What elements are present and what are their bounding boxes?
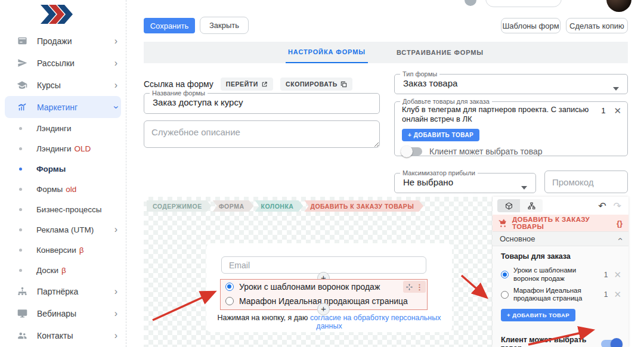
service-description-input[interactable] xyxy=(144,120,380,148)
header-search[interactable] xyxy=(485,0,562,7)
sidebar-item-label: Курсы xyxy=(37,80,114,90)
sidebar-item-label: Продажи xyxy=(37,36,114,46)
radio-unselected-icon[interactable] xyxy=(225,297,234,305)
collapse-icon[interactable]: › xyxy=(615,237,625,240)
form-builder-canvas: СОДЕРЖИМОЕ ФОРМА КОЛОНКА ДОБАВИТЬ К ЗАКА… xyxy=(144,197,628,347)
sidebar-item-sales[interactable]: Продажи › xyxy=(0,30,126,52)
close-button[interactable]: Закрыть xyxy=(200,17,249,34)
section-main-label: Основное xyxy=(500,234,535,243)
product-option-row[interactable]: Уроки с шаблонами воронок продаж xyxy=(221,280,427,294)
remove-product-icon[interactable]: ✕ xyxy=(614,106,621,115)
go-to-form-button[interactable]: ПЕРЕЙТИ xyxy=(221,78,273,91)
sales-icon xyxy=(17,36,27,47)
panel-products-label: Товары для заказа xyxy=(501,252,621,261)
form-type-select[interactable]: Тип формы Заказ товара xyxy=(394,70,628,94)
dropdown-arrow-icon xyxy=(613,87,619,91)
builder-breadcrumb: СОДЕРЖИМОЕ ФОРМА КОЛОНКА ДОБАВИТЬ К ЗАКА… xyxy=(147,200,425,212)
consent-link[interactable]: согласие на обработку персональных данны… xyxy=(310,314,441,330)
app-logo xyxy=(36,5,126,26)
sidebar-item-forms-old[interactable]: Формы old xyxy=(0,179,126,199)
profit-maximizer-select[interactable]: Максимизатор прибыли Не выбрано xyxy=(394,169,536,193)
redo-icon[interactable]: ↷ xyxy=(614,200,621,212)
consent-text: Нажимая на кнопку, я даю согласие на обр… xyxy=(206,314,452,330)
sidebar-subitem-label: Доски xyxy=(36,266,58,275)
add-product-button[interactable]: + ДОБАВИТЬ ТОВАР xyxy=(402,129,479,141)
tab-bar: НАСТРОЙКА ФОРМЫ ВСТРАИВАНИЕ ФОРМЫ xyxy=(144,42,628,63)
sidebar-item-boards[interactable]: Доски β xyxy=(0,260,126,280)
sidebar-item-partners[interactable]: Партнёрка › xyxy=(0,280,126,302)
form-templates-button[interactable]: Шаблоны форм xyxy=(501,18,561,33)
panel-add-product-button[interactable]: + ДОБАВИТЬ ТОВАР xyxy=(501,309,575,321)
block-view-button[interactable] xyxy=(497,199,520,212)
chart-icon xyxy=(17,102,27,113)
chevron-right-icon: › xyxy=(114,331,117,340)
sidebar-item-ads-utm[interactable]: Реклама (UTM) › xyxy=(0,219,126,240)
client-choose-toggle-row: Клиент может выбрать товар xyxy=(402,147,627,156)
sidebar-item-conversions[interactable]: Конверсии β xyxy=(0,240,126,260)
profit-maximizer-label: Максимизатор прибыли xyxy=(400,169,478,176)
code-braces-icon[interactable]: {} xyxy=(617,219,623,228)
product-name: Клуб в телеграм для партнеров проекта. С… xyxy=(402,105,596,125)
sidebar-subitem-suffix: old xyxy=(66,185,76,194)
tree-view-button[interactable] xyxy=(520,199,543,212)
user-avatar[interactable] xyxy=(606,0,631,12)
sidebar-item-forms[interactable]: Формы xyxy=(0,159,126,179)
block-controls: ⋮ xyxy=(403,281,426,293)
panel-product-qty[interactable]: 1 xyxy=(604,290,608,299)
panel-body: Товары для заказа Уроки с шаблонами воро… xyxy=(493,246,628,347)
panel-product-qty[interactable]: 1 xyxy=(604,271,608,279)
email-field[interactable] xyxy=(221,256,426,274)
panel-title: ДОБАВИТЬ К ЗАКАЗУ ТОВАРЫ xyxy=(512,216,612,230)
external-link-icon xyxy=(261,81,268,88)
tab-form-embedding[interactable]: ВСТРАИВАНИЕ ФОРМЫ xyxy=(394,42,486,63)
sidebar-item-mailings[interactable]: Рассылки › xyxy=(0,52,126,74)
bullet-icon xyxy=(19,188,22,191)
main-content: Сохранить Закрыть Шаблоны форм Сделать к… xyxy=(127,0,644,347)
header-icon[interactable] xyxy=(465,0,476,6)
sidebar-item-landings[interactable]: Лэндинги xyxy=(0,118,126,138)
save-button[interactable]: Сохранить xyxy=(144,18,195,33)
breadcrumb-form[interactable]: ФОРМА xyxy=(213,200,254,212)
sidebar-item-marketing[interactable]: Маркетинг › xyxy=(5,96,121,118)
product-quantity[interactable]: 1 xyxy=(601,106,605,115)
sidebar-item-business-processes[interactable]: Бизнес-процессы xyxy=(0,199,126,219)
block-menu-icon[interactable]: ⋮ xyxy=(416,283,423,292)
sidebar-item-label: Контакты xyxy=(37,331,114,340)
panel-client-toggle[interactable] xyxy=(601,340,621,347)
radio-unselected-icon[interactable] xyxy=(501,291,509,299)
sidebar-item-label: Вебинары xyxy=(37,309,114,318)
form-link-row: Ссылка на форму ПЕРЕЙТИ СКОПИРОВАТЬ xyxy=(144,78,352,91)
undo-icon[interactable]: ↶ xyxy=(598,200,606,212)
sidebar-subitem-label: Реклама (UTM) xyxy=(36,225,94,234)
sidebar-item-contacts[interactable]: Контакты › xyxy=(0,324,126,346)
form-name-field[interactable]: Название формы Заказ доступа к курсу xyxy=(144,89,380,114)
add-product-label: ДОБАВИТЬ ТОВАР xyxy=(414,132,474,138)
form-name-value[interactable]: Заказ доступа к курсу xyxy=(144,97,379,112)
radio-selected-icon[interactable] xyxy=(501,271,509,278)
copy-link-button[interactable]: СКОПИРОВАТЬ xyxy=(280,78,352,91)
product-option-label: Уроки с шаблонами воронок продаж xyxy=(239,282,380,292)
promo-code-input[interactable] xyxy=(544,171,628,193)
sidebar-item-webinars[interactable]: Вебинары › xyxy=(0,302,126,324)
history-controls: ↶ ↷ xyxy=(598,200,621,212)
sidebar-item-courses[interactable]: Курсы › xyxy=(0,74,126,96)
remove-product-icon[interactable]: ✕ xyxy=(614,289,621,300)
breadcrumb-content[interactable]: СОДЕРЖИМОЕ xyxy=(147,200,212,212)
section-main[interactable]: Основное › xyxy=(493,231,628,246)
client-choose-toggle[interactable] xyxy=(402,147,422,156)
bullet-icon xyxy=(19,208,22,211)
monitor-icon xyxy=(17,308,27,319)
remove-product-icon[interactable]: ✕ xyxy=(614,269,621,280)
breadcrumb-add-products[interactable]: ДОБАВИТЬ К ЗАКАЗУ ТОВАРЫ xyxy=(304,200,423,212)
app-window: Продажи › Рассылки › Курсы › Маркетинг › xyxy=(0,0,644,347)
form-name-label: Название формы xyxy=(150,89,208,97)
breadcrumb-column[interactable]: КОЛОНКА xyxy=(255,200,303,212)
tab-form-settings[interactable]: НАСТРОЙКА ФОРМЫ xyxy=(286,42,368,63)
chevron-right-icon: › xyxy=(114,225,117,234)
move-handle-icon[interactable] xyxy=(405,283,413,291)
sidebar-item-landings-old[interactable]: Лэндинги OLD xyxy=(0,138,126,159)
people-icon xyxy=(17,330,27,341)
radio-selected-icon[interactable] xyxy=(225,283,234,291)
make-copy-button[interactable]: Сделать копию xyxy=(566,18,628,33)
chevron-right-icon: › xyxy=(114,309,117,318)
